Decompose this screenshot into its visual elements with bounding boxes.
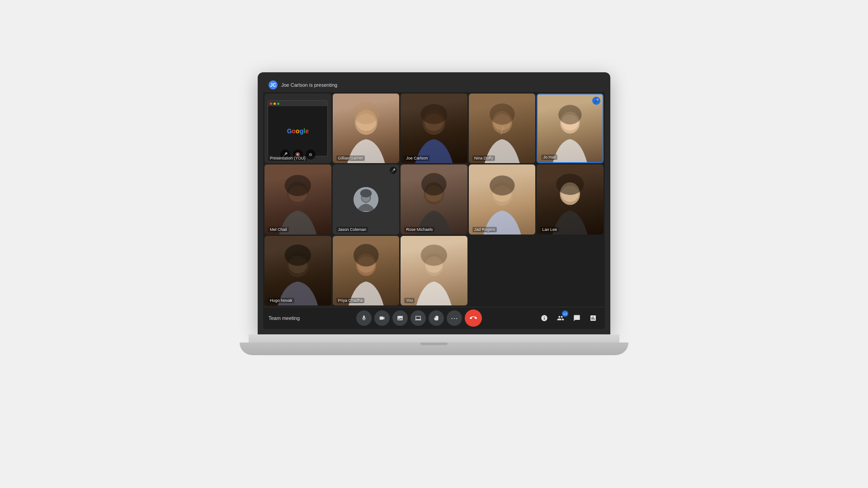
presenter-text: Joe Carlson is presenting (281, 82, 337, 88)
tile-name-hugo: Hugo Novak (268, 298, 294, 303)
more-options-button[interactable]: ⋯ (447, 310, 462, 326)
svg-point-31 (285, 244, 311, 266)
svg-point-15 (285, 175, 311, 196)
tile-name-presentation: Presentation (YOU) (268, 155, 307, 161)
controls-right: 12 (538, 312, 599, 324)
google-logo: Google (287, 127, 309, 135)
tile-joe-carlson[interactable]: Joe Carlson (401, 94, 467, 163)
priya-silhouette (333, 243, 400, 305)
tile-lan-lee[interactable]: Lan Lee (537, 164, 604, 234)
mute-indicator-jason: 🎤 (390, 167, 397, 174)
raise-hand-button[interactable] (429, 310, 444, 326)
svg-point-8 (490, 103, 515, 125)
tile-name-mel: Mel Chail (268, 227, 289, 232)
tile-rose-michaels[interactable]: Rose Michaels (401, 164, 467, 234)
tile-jason-coleman[interactable]: 🎤 Jason Coleman (333, 164, 400, 234)
participants-badge: 12 (562, 310, 568, 317)
tile-nina-duffy[interactable]: Nina Duffy (469, 94, 536, 163)
presentation-tile[interactable]: Google 🎤 🔇 ⊖ Presentation (YOU) (264, 94, 331, 163)
jad-silhouette (469, 172, 536, 235)
tile-name-priya: Priya Chadha (336, 298, 365, 303)
svg-point-37 (421, 244, 447, 266)
presenter-bar: JC Joe Carlson is presenting (263, 78, 605, 92)
end-call-button[interactable] (465, 310, 482, 327)
pres-dot-red (270, 103, 272, 105)
tile-name-you: You (404, 298, 415, 303)
bottom-bar: Team meeting (263, 307, 605, 329)
mic-button[interactable] (356, 310, 372, 326)
meeting-title: Team meeting (269, 315, 300, 321)
nina-silhouette (469, 100, 536, 163)
laptop-screen: JC Joe Carlson is presenting (263, 78, 605, 329)
tile-jad-rogers[interactable]: Jad Rogers (469, 164, 536, 234)
presentation-content: Google (287, 106, 309, 155)
pres-dot-yellow (274, 103, 276, 105)
info-button[interactable] (538, 312, 551, 324)
presenter-avatar: JC (269, 80, 278, 89)
jason-avatar-svg (354, 187, 378, 212)
svg-point-12 (558, 105, 581, 124)
captions-button[interactable] (392, 310, 408, 326)
laptop-shell: JC Joe Carlson is presenting (249, 72, 619, 416)
pres-dot-green (277, 103, 279, 105)
jason-avatar (354, 187, 378, 212)
tile-name-jason: Jason Coleman (336, 227, 368, 232)
svg-point-25 (490, 175, 515, 195)
speaking-indicator: 🎤 (592, 97, 600, 105)
jo-silhouette (538, 101, 603, 162)
tile-jo-hall[interactable]: 🎤 Jo Hall (537, 94, 604, 163)
tile-name-jad: Jad Rogers (472, 227, 497, 232)
tile-name-joe: Joe Carlson (404, 155, 429, 161)
tile-priya-chadha[interactable]: Priya Chadha (333, 236, 400, 305)
activities-button[interactable] (587, 312, 599, 324)
hugo-silhouette (264, 243, 331, 305)
mel-silhouette (264, 172, 331, 235)
chat-button[interactable] (571, 312, 583, 324)
svg-point-28 (557, 174, 584, 195)
tile-mel-chail[interactable]: Mel Chail (264, 164, 331, 234)
camera-button[interactable] (374, 310, 390, 326)
tile-name-rose: Rose Michaels (404, 227, 434, 232)
tile-name-jo: Jo Hall (541, 155, 557, 160)
gillian-silhouette (333, 100, 400, 163)
tile-gillian-garner[interactable]: Gillian Garner (333, 94, 400, 163)
svg-point-2 (352, 102, 380, 124)
laptop-bezel: JC Joe Carlson is presenting (258, 72, 610, 334)
tile-name-gillian: Gillian Garner (336, 155, 365, 161)
svg-point-22 (421, 173, 447, 196)
participants-button[interactable]: 12 (554, 312, 567, 324)
svg-point-34 (354, 244, 379, 267)
laptop-notch (420, 343, 448, 345)
tile-you[interactable]: You (401, 236, 467, 305)
rose-silhouette (401, 172, 467, 235)
tile-hugo-novak[interactable]: Hugo Novak (264, 236, 331, 305)
controls-center: ⋯ (356, 310, 482, 327)
video-grid: Google 🎤 🔇 ⊖ Presentation (YOU) (263, 92, 605, 307)
joe-silhouette (401, 100, 467, 163)
present-button[interactable] (410, 310, 426, 326)
tile-name-nina: Nina Duffy (472, 155, 495, 161)
svg-point-5 (421, 104, 447, 124)
tile-name-lan: Lan Lee (540, 227, 559, 232)
lan-silhouette (537, 172, 604, 235)
svg-point-19 (360, 189, 372, 197)
meet-app: JC Joe Carlson is presenting (263, 78, 605, 329)
you-silhouette (401, 243, 467, 305)
